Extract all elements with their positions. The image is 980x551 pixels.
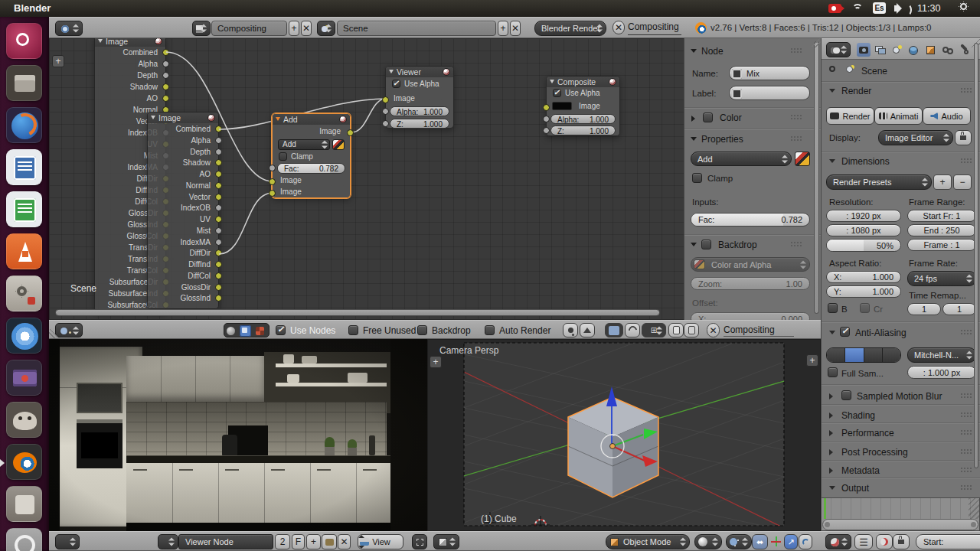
z-slider[interactable]: Z:1.000 (550, 126, 616, 135)
z-slider[interactable]: Z:1.000 (390, 119, 449, 129)
clamp-checkbox[interactable] (279, 152, 287, 161)
collapse-icon[interactable] (829, 159, 835, 163)
tab-scene[interactable] (890, 43, 904, 57)
interaction-mode-select[interactable]: Object Mode (606, 534, 690, 549)
launcher-icon[interactable] (6, 318, 42, 354)
backdrop-checkbox[interactable] (417, 325, 427, 335)
panel-title-dimensions[interactable]: Dimensions (841, 156, 890, 167)
compositing-nodes-icon[interactable] (240, 325, 251, 337)
tab-object[interactable] (924, 43, 938, 57)
image-input-socket[interactable] (382, 96, 389, 103)
sampled-motion-blur-checkbox[interactable] (841, 390, 851, 400)
expand-region-tab[interactable]: + (430, 356, 442, 368)
launcher-icon[interactable] (6, 107, 42, 143)
view-mode-select[interactable]: View (358, 534, 403, 549)
add-layout-button[interactable]: + (289, 21, 299, 36)
editor-type-button[interactable] (55, 534, 80, 549)
rotate-manipulator-button[interactable] (799, 534, 812, 549)
end-frame-field[interactable]: End : 250 (907, 224, 976, 236)
panel-grip[interactable] (960, 484, 972, 491)
image-input-socket[interactable] (269, 190, 276, 197)
close-scene-button[interactable]: ✕ (510, 21, 521, 36)
color-swatch[interactable] (552, 102, 572, 110)
paste-button[interactable] (684, 323, 699, 337)
horizontal-scrollbar[interactable] (55, 309, 660, 316)
scene-name[interactable]: Scene (337, 21, 496, 36)
tab-modifiers[interactable] (958, 43, 972, 57)
launcher-icon[interactable] (6, 360, 42, 396)
collapse-icon[interactable] (829, 89, 835, 93)
tab-constraints[interactable] (941, 43, 955, 57)
panel-grip[interactable] (960, 429, 972, 435)
full-sample-checkbox[interactable] (828, 367, 838, 377)
editor-type-button[interactable] (826, 42, 851, 57)
expand-region-tab[interactable]: + (806, 354, 818, 367)
collapse-icon[interactable] (550, 80, 554, 83)
panel-title-output[interactable]: Output (841, 483, 869, 494)
z-input-socket[interactable] (543, 127, 550, 134)
panel-grip[interactable] (960, 467, 972, 473)
translate-axes-icon[interactable] (770, 536, 782, 548)
use-nodes-checkbox[interactable] (276, 325, 286, 335)
auto-render-checkbox[interactable] (485, 325, 495, 335)
expand-icon[interactable] (829, 468, 833, 474)
pin-button[interactable] (563, 323, 578, 337)
close-layout-button[interactable]: ✕ (301, 21, 312, 36)
node-header[interactable]: Add (273, 114, 350, 125)
collapse-icon[interactable] (829, 331, 835, 334)
screen-record-icon[interactable] (828, 4, 841, 13)
z-input-socket[interactable] (382, 120, 389, 127)
translate-manipulator-button[interactable]: ↗ (784, 534, 798, 549)
tab-world[interactable] (907, 43, 921, 57)
launcher-icon[interactable] (6, 276, 42, 311)
panel-title-performance[interactable]: Performance (841, 428, 894, 439)
fake-user-button[interactable]: F (292, 534, 305, 549)
resolution-y-field[interactable]: : 1080 px (826, 224, 901, 236)
editor-type-button[interactable] (433, 534, 459, 549)
panel-title-sampled-motion-blur[interactable]: Sampled Motion Blur (857, 391, 942, 402)
crop-checkbox[interactable] (860, 303, 870, 313)
copy-button[interactable] (668, 323, 684, 337)
panel-grip[interactable] (960, 329, 972, 335)
aspect-y-field[interactable]: Y:1.000 (826, 285, 901, 298)
manipulator-toggle[interactable]: ⬌ (752, 534, 768, 549)
keyboard-layout-indicator[interactable]: Es (873, 2, 886, 14)
current-frame-marker[interactable] (824, 498, 826, 519)
panel-grip[interactable] (960, 87, 972, 93)
display-select[interactable]: Image Editor (878, 130, 953, 145)
aa-samples-option[interactable] (827, 348, 845, 362)
pivot-point-select[interactable] (726, 534, 752, 549)
free-unused-checkbox[interactable] (348, 325, 358, 335)
add-scene-button[interactable]: + (498, 21, 508, 36)
image-editor-view[interactable] (49, 339, 427, 531)
screen-layout-icon-button[interactable] (192, 21, 211, 36)
image-output-socket[interactable] (347, 129, 354, 136)
collapse-icon[interactable] (276, 117, 280, 121)
filter-size-field[interactable]: : 1.000 px (907, 366, 976, 379)
start-frame-field[interactable]: Start Fr: 1 (907, 210, 976, 222)
mix-node-add[interactable]: Add Image Add Clamp Fac:0.782 Image Imag… (272, 113, 351, 198)
panel-grip[interactable] (960, 393, 972, 399)
unlink-image-button[interactable]: ✕ (338, 534, 351, 549)
center-view-button[interactable] (412, 534, 427, 549)
animation-button[interactable]: Animati (874, 107, 923, 125)
editor-type-button[interactable] (825, 534, 851, 549)
shading-mode-select[interactable] (694, 534, 722, 549)
launcher-icon[interactable] (6, 444, 42, 480)
panel-grip[interactable] (960, 158, 972, 164)
volume-icon[interactable] (894, 5, 899, 11)
expand-icon[interactable] (829, 430, 833, 436)
aa-filter-select[interactable]: Mitchell-N... (907, 347, 976, 363)
audio-button[interactable]: Audio (923, 107, 971, 125)
fac-slider[interactable]: Fac:0.782 (277, 163, 345, 174)
alpha-input-socket[interactable] (543, 116, 550, 122)
use-alpha-checkbox[interactable] (392, 80, 400, 88)
lock-interface-button[interactable] (955, 130, 972, 145)
timeline-menu-button[interactable]: ☰ (854, 534, 873, 549)
new-image-button[interactable]: + (306, 534, 321, 549)
viewer-node[interactable]: Viewer Use Alpha Image Alpha:1.000 Z:1.0… (385, 66, 454, 129)
border-checkbox[interactable] (828, 303, 838, 313)
vertical-scrollbar[interactable] (974, 43, 978, 468)
image-datablock-icon-button[interactable] (158, 534, 178, 549)
use-alpha-checkbox[interactable] (553, 89, 561, 97)
